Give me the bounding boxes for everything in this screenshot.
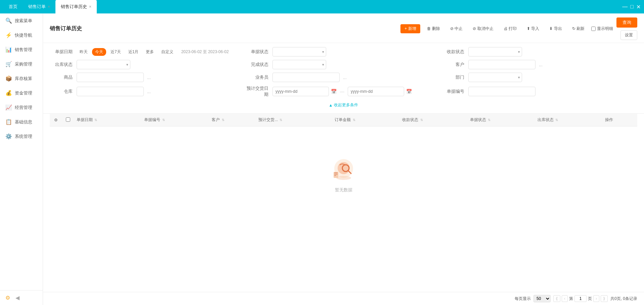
last-page-btn[interactable]: ⟫ (601, 295, 608, 302)
stop-button[interactable]: ⊘ 中止 (447, 25, 466, 33)
svg-point-1 (336, 176, 351, 180)
date-pill-yesterday[interactable]: 昨天 (77, 48, 91, 56)
sidebar-item-finance[interactable]: 💰 资金管理 (0, 86, 43, 100)
info-icon: 📋 (5, 119, 12, 125)
tab-home[interactable]: 首页 (3, 0, 23, 13)
customer-dotdot[interactable]: ... (538, 62, 544, 67)
import-button[interactable]: ⬆ 导入 (523, 25, 543, 33)
collapse-sidebar-icon[interactable]: ◀ (15, 295, 19, 301)
date-pill-7days[interactable]: 近7天 (108, 48, 124, 56)
col-customer[interactable]: 客户 ⇅ (209, 114, 256, 126)
salesperson-dotdot[interactable]: ... (342, 75, 348, 80)
order-status-select-wrapper (272, 47, 326, 56)
sidebar: 🔍 搜索菜单 ⚡ 快捷导航 📊 销售管理 🛒 采购管理 📦 库存核算 💰 资金管… (0, 13, 43, 305)
delete-button[interactable]: 🗑 删除 (424, 25, 443, 33)
col-warehouse-status[interactable]: 出库状态 ⇅ (535, 114, 602, 126)
page-title: 销售订单历史 (50, 25, 82, 32)
sidebar-item-system-label: 系统管理 (15, 134, 32, 140)
sidebar-item-sales-label: 销售管理 (15, 47, 32, 53)
main-layout: 🔍 搜索菜单 ⚡ 快捷导航 📊 销售管理 🛒 采购管理 📦 库存核算 💰 资金管… (0, 13, 644, 305)
calendar-from-icon[interactable]: 📅 (331, 89, 337, 94)
settings-bottom-icon[interactable]: ⚙ (5, 295, 10, 301)
collapse-filter-btn[interactable]: ▲ 收起更多条件 (50, 101, 637, 109)
dept-value (468, 73, 637, 82)
goods-input[interactable] (77, 73, 144, 82)
page-size-select[interactable]: 50 10 20 100 (533, 295, 551, 302)
col-delivery[interactable]: 预计交货... ⇅ (256, 114, 332, 126)
payment-status-select[interactable] (468, 47, 522, 56)
sidebar-item-info[interactable]: 📋 基础信息 (0, 115, 43, 129)
delivery-date-from[interactable] (272, 87, 329, 96)
finance-icon: 💰 (5, 90, 12, 96)
export-button[interactable]: ⬇ 导出 (546, 25, 565, 33)
warehouse-dotdot[interactable]: ... (146, 89, 152, 94)
display-detail-checkbox[interactable] (591, 27, 596, 31)
date-pill-today[interactable]: 今天 (92, 48, 106, 56)
delivery-date-to[interactable] (348, 87, 404, 96)
col-order-status[interactable]: 单据状态 ⇅ (467, 114, 535, 126)
sidebar-item-search[interactable]: 🔍 搜索菜单 (0, 13, 43, 28)
calendar-to-icon[interactable]: 📅 (406, 89, 412, 94)
date-filter-value: 昨天 今天 近7天 近1月 更多 自定义 2023-06-02 至 2023-0… (77, 48, 246, 56)
print-button[interactable]: 🖨 打印 (500, 25, 520, 33)
select-all-checkbox[interactable] (66, 117, 70, 122)
order-status-select[interactable] (272, 47, 326, 56)
col-amount[interactable]: 订单金额 ⇅ (332, 114, 399, 126)
tab-sales-order[interactable]: 销售订单 × (23, 0, 55, 13)
col-order-no[interactable]: 单据编号 ⇅ (141, 114, 209, 126)
top-bar: 首页 销售订单 × 销售订单历史 × — □ ✕ (0, 0, 644, 13)
order-no-input[interactable] (468, 87, 535, 96)
delivery-date-value: 📅 — 📅 (272, 87, 441, 96)
page-number-input[interactable] (574, 295, 587, 302)
sidebar-item-sales[interactable]: 📊 销售管理 (0, 42, 43, 57)
table-settings-col[interactable]: ⚙ (50, 114, 62, 126)
date-label: 单据日期 (50, 49, 77, 55)
dept-select[interactable] (468, 73, 522, 82)
salesperson-input[interactable] (272, 73, 340, 82)
total-info: 共0页, 0条记录 (610, 296, 637, 302)
customer-input[interactable] (468, 60, 535, 69)
minimize-btn[interactable]: — (622, 4, 628, 10)
date-pill-more[interactable]: 更多 (143, 48, 157, 56)
sort-payment-icon: ⇅ (420, 118, 423, 122)
set-button[interactable]: 设置 (620, 30, 637, 40)
first-page-btn[interactable]: ⟪ (553, 295, 560, 302)
customer-value: ... (468, 60, 637, 69)
data-table: ⚙ 单据日期 ⇅ 单据编号 ⇅ 客户 (50, 114, 637, 126)
warehouse-status-select[interactable] (77, 60, 130, 69)
prev-page-btn[interactable]: ‹ (562, 295, 568, 302)
complete-status-label: 完成状态 (246, 62, 272, 68)
sidebar-item-ops[interactable]: 📈 经营管理 (0, 100, 43, 115)
display-detail-toggle[interactable]: 显示明细 (591, 26, 613, 32)
goods-dotdot[interactable]: ... (146, 75, 152, 80)
cancel-stop-button[interactable]: ⊘ 取消中止 (469, 25, 497, 33)
complete-status-select[interactable] (272, 60, 326, 69)
order-no-value (468, 87, 637, 96)
table-checkbox-col[interactable] (62, 114, 74, 126)
col-payment[interactable]: 收款状态 ⇅ (399, 114, 467, 126)
new-button[interactable]: + 新增 (400, 24, 420, 33)
sidebar-item-system[interactable]: ⚙️ 系统管理 (0, 129, 43, 144)
date-pill-custom[interactable]: 自定义 (158, 48, 176, 56)
sort-warehouse-status-icon: ⇅ (555, 118, 558, 122)
date-pill-1month[interactable]: 近1月 (125, 48, 142, 56)
next-page-btn[interactable]: › (593, 295, 599, 302)
complete-status-select-wrapper (272, 60, 326, 69)
sidebar-item-purchase[interactable]: 🛒 采购管理 (0, 57, 43, 71)
maximize-btn[interactable]: □ (630, 4, 634, 10)
sidebar-item-nav[interactable]: ⚡ 快捷导航 (0, 28, 43, 42)
svg-rect-7 (334, 174, 338, 175)
col-date[interactable]: 单据日期 ⇅ (74, 114, 141, 126)
tab-sales-order-label: 销售订单 (28, 4, 46, 10)
date-range-text: 2023-06-02 至 2023-06-02 (181, 49, 228, 55)
salesperson-label: 业务员 (246, 74, 272, 80)
refresh-button[interactable]: ↻ 刷新 (569, 25, 588, 33)
query-button[interactable]: 查询 (616, 17, 637, 28)
tab-sales-order-close[interactable]: × (48, 4, 50, 9)
warehouse-input[interactable] (77, 87, 144, 96)
ops-icon: 📈 (5, 104, 12, 111)
tab-sales-history[interactable]: 销售订单历史 × (55, 0, 97, 13)
window-close-btn[interactable]: ✕ (636, 4, 641, 10)
tab-sales-history-close[interactable]: × (89, 4, 91, 9)
sidebar-item-inventory[interactable]: 📦 库存核算 (0, 71, 43, 86)
